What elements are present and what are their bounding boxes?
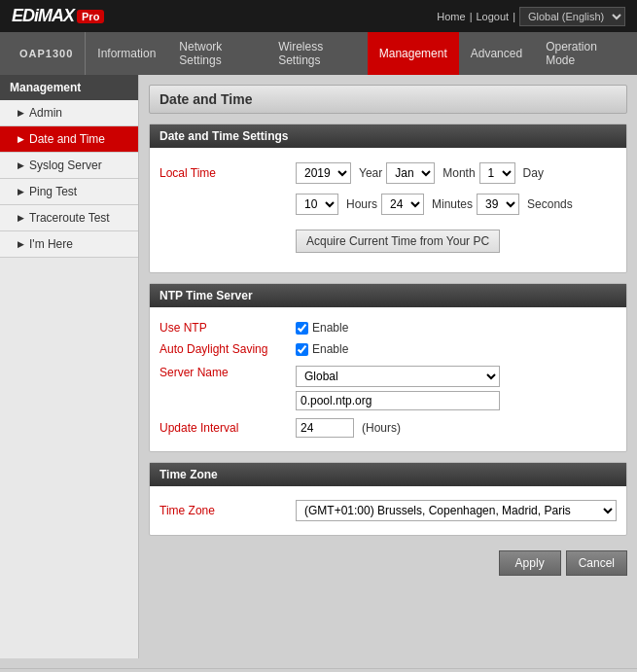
local-time-inputs: 2019 Year Jan Month 1 Day [296, 162, 544, 184]
ntp-form: Use NTP Enable Auto Daylight Saving Enab… [150, 307, 626, 451]
nav-management[interactable]: Management [368, 32, 459, 75]
home-link[interactable]: Home [437, 11, 465, 22]
local-time-label: Local Time [159, 166, 296, 180]
nav-operation-mode[interactable]: Operation Mode [534, 32, 629, 75]
navbar: OAP1300 Information Network Settings Wir… [0, 32, 637, 75]
sidebar-item-admin[interactable]: ▶ Admin [0, 100, 138, 126]
sidebar-item-label: I'm Here [29, 237, 73, 251]
use-ntp-checkbox[interactable] [296, 322, 308, 335]
nav-network-settings[interactable]: Network Settings [167, 32, 266, 75]
time-zone-form: Time Zone (GMT+01:00) Brussels, Copenhag… [150, 486, 626, 535]
use-ntp-enable-text: Enable [312, 321, 348, 335]
logout-link[interactable]: Logout [476, 11, 509, 22]
sidebar-item-im-here[interactable]: ▶ I'm Here [0, 231, 138, 258]
time-zone-section: Time Zone Time Zone (GMT+01:00) Brussels… [149, 462, 627, 536]
arrow-icon: ▶ [18, 213, 24, 223]
sidebar-item-traceroute-test[interactable]: ▶ Traceroute Test [0, 205, 138, 231]
server-name-label: Server Name [159, 366, 296, 379]
date-time-settings-section: Date and Time Settings Local Time 2019 Y… [149, 124, 627, 273]
year-select[interactable]: 2019 [296, 162, 351, 184]
auto-daylight-checkbox[interactable] [296, 343, 308, 356]
day-select[interactable]: 1 [479, 162, 515, 184]
server-name-input[interactable] [296, 391, 500, 410]
update-interval-inputs: (Hours) [296, 418, 401, 438]
nav-wireless-settings[interactable]: Wireless Settings [266, 32, 368, 75]
arrow-icon: ▶ [18, 160, 24, 170]
time-row: 10 Hours 24 Minutes 39 Seconds [159, 189, 617, 220]
cancel-button[interactable]: Cancel [566, 550, 627, 576]
sidebar-item-label: Traceroute Test [29, 211, 110, 225]
sidebar: Management ▶ Admin ▶ Date and Time ▶ Sys… [0, 75, 139, 658]
seconds-select[interactable]: 39 [477, 194, 519, 215]
content: Date and Time Date and Time Settings Loc… [139, 75, 637, 658]
header-right: Home | Logout | Global (English) [437, 7, 625, 26]
ntp-server-header: NTP Time Server [150, 284, 626, 307]
ntp-server-section: NTP Time Server Use NTP Enable Auto Dayl… [149, 283, 627, 452]
time-zone-row: Time Zone (GMT+01:00) Brussels, Copenhag… [159, 496, 617, 525]
nav-advanced[interactable]: Advanced [459, 32, 534, 75]
month-label: Month [442, 166, 475, 180]
seconds-label: Seconds [527, 197, 573, 211]
update-interval-label: Update Interval [159, 421, 296, 435]
arrow-icon: ▶ [18, 108, 24, 118]
page-footer: Copyright 2017 © EDIMAX Technology Co., … [0, 668, 637, 672]
auto-daylight-checkbox-row: Enable [296, 342, 348, 356]
footer-buttons: Apply Cancel [149, 546, 627, 581]
logo-pro-badge: Pro [77, 10, 104, 23]
arrow-icon: ▶ [18, 187, 24, 196]
acquire-time-button[interactable]: Acquire Current Time from Your PC [296, 230, 500, 253]
use-ntp-row: Use NTP Enable [159, 317, 617, 338]
nav-information[interactable]: Information [86, 32, 167, 75]
use-ntp-checkbox-row: Enable [296, 321, 348, 335]
sidebar-item-syslog-server[interactable]: ▶ Syslog Server [0, 153, 138, 179]
date-time-form: Local Time 2019 Year Jan Month 1 [150, 148, 626, 272]
auto-daylight-label: Auto Daylight Saving [159, 342, 296, 356]
server-region-select[interactable]: Global [296, 366, 500, 387]
sidebar-item-ping-test[interactable]: ▶ Ping Test [0, 179, 138, 205]
auto-daylight-row: Auto Daylight Saving Enable [159, 338, 617, 360]
minutes-select[interactable]: 24 [381, 194, 424, 215]
server-name-row: Server Name Global [159, 360, 617, 414]
minutes-label: Minutes [432, 197, 473, 211]
time-zone-label: Time Zone [159, 504, 296, 517]
sidebar-item-label: Ping Test [29, 185, 77, 198]
time-inputs: 10 Hours 24 Minutes 39 Seconds [296, 194, 573, 215]
hours-unit-label: (Hours) [362, 421, 401, 435]
hours-label: Hours [346, 197, 377, 211]
language-select[interactable]: Global (English) [519, 7, 625, 26]
page-title: Date and Time [149, 85, 627, 114]
hours-select[interactable]: 10 [296, 194, 338, 215]
header: EDiMAX Pro Home | Logout | Global (Engli… [0, 0, 637, 32]
update-interval-input[interactable] [296, 418, 354, 438]
sidebar-item-label: Syslog Server [29, 159, 102, 172]
device-label: OAP1300 [8, 32, 86, 75]
time-zone-select[interactable]: (GMT+01:00) Brussels, Copenhagen, Madrid… [296, 500, 617, 521]
date-time-settings-header: Date and Time Settings [150, 124, 626, 148]
sidebar-title: Management [0, 75, 138, 100]
main-layout: Management ▶ Admin ▶ Date and Time ▶ Sys… [0, 75, 637, 658]
logo: EDiMAX Pro [12, 6, 104, 26]
update-interval-row: Update Interval (Hours) [159, 414, 617, 442]
server-name-inputs: Global [296, 366, 500, 410]
logo-text: EDiMAX [12, 6, 74, 26]
day-label: Day [523, 166, 544, 180]
sidebar-item-label: Admin [29, 106, 62, 120]
apply-button[interactable]: Apply [499, 550, 561, 576]
month-select[interactable]: Jan [386, 162, 435, 184]
arrow-icon: ▶ [18, 239, 24, 249]
acquire-row: Acquire Current Time from Your PC [159, 220, 617, 263]
year-label: Year [359, 166, 382, 180]
time-zone-header: Time Zone [150, 463, 626, 486]
logo-name: EDiMAX [12, 6, 74, 25]
sidebar-item-date-and-time[interactable]: ▶ Date and Time [0, 126, 138, 153]
local-time-row: Local Time 2019 Year Jan Month 1 [159, 158, 617, 189]
auto-daylight-enable-text: Enable [312, 342, 348, 356]
arrow-icon: ▶ [18, 134, 24, 144]
sidebar-item-label: Date and Time [29, 132, 105, 146]
use-ntp-label: Use NTP [159, 321, 296, 335]
